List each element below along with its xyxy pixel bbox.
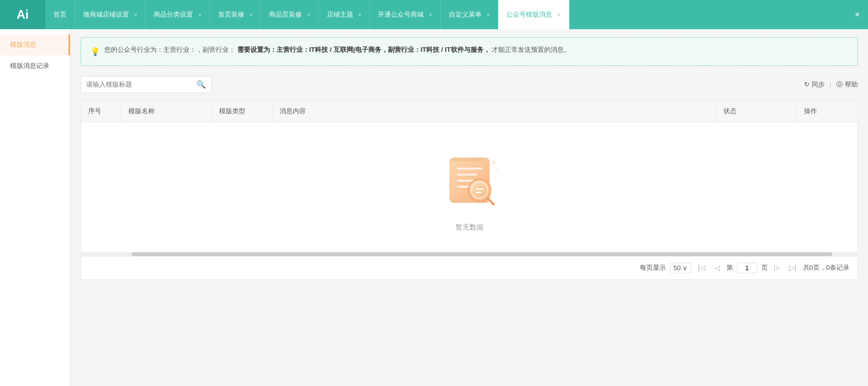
total-label: 共0页，0条记录 — [803, 263, 849, 272]
pagination: 每页显示 50 ∨ |◁ ◁ 第 页 ▷ ▷| 共0页，0条记录 — [81, 256, 857, 279]
nav-tab-custom-menu[interactable]: 自定义菜单× — [441, 0, 498, 29]
tab-close-product-decoration[interactable]: × — [307, 12, 310, 18]
sync-icon: ↻ — [804, 81, 810, 88]
th-content: 消息内容 — [273, 101, 716, 122]
nav-tab-home-decoration[interactable]: 首页装修× — [210, 0, 261, 29]
help-icon: ⓪ — [836, 80, 843, 89]
layout: 模版消息模版消息记录 💡 您的公众号行业为：主营行业：，副营行业： 需要设置为：… — [0, 29, 868, 386]
th-name: 模版名称 — [121, 101, 212, 122]
prev-page-button[interactable]: ◁ — [712, 263, 722, 273]
notice-prefix: 您的公众号行业为：主营行业：，副营行业： — [104, 46, 235, 53]
search-actions: ↻ 同步 | ⓪ 帮助 — [804, 80, 858, 89]
sidebar: 模版消息模版消息记录 — [0, 29, 71, 386]
search-input[interactable] — [86, 81, 196, 88]
page-size-label: 每页显示 — [640, 263, 666, 272]
first-page-button[interactable]: |◁ — [695, 263, 708, 273]
nav-tabs: 首页微商城店铺设置×商品分类设置×首页装修×商品页装修×店铺主题×开通公众号商城… — [45, 0, 846, 29]
main-content: 💡 您的公众号行业为：主营行业：，副营行业： 需要设置为：主营行业：IT科技 /… — [71, 29, 868, 386]
logo: Ai — [0, 0, 45, 29]
nav-tab-home[interactable]: 首页 — [45, 0, 75, 29]
next-page-button[interactable]: ▷ — [772, 263, 782, 273]
tab-close-open-shop[interactable]: × — [429, 12, 432, 18]
page-size-value: 50 — [674, 264, 681, 272]
svg-point-9 — [492, 161, 495, 164]
svg-rect-7 — [476, 188, 484, 190]
search-button[interactable]: 🔍 — [196, 80, 206, 89]
scrollbar-thumb[interactable] — [131, 252, 832, 256]
last-page-button[interactable]: ▷| — [786, 263, 799, 273]
page-label-after: 页 — [761, 263, 768, 272]
th-type: 模版类型 — [212, 101, 273, 122]
tab-close-shop-theme[interactable]: × — [358, 12, 361, 18]
nav-tab-shop-settings[interactable]: 微商城店铺设置× — [75, 0, 146, 29]
data-table: 序号模版名称模版类型消息内容状态操作 — [81, 100, 858, 280]
svg-point-11 — [447, 184, 449, 186]
close-all-button[interactable]: × — [846, 0, 868, 29]
th-status: 状态 — [716, 101, 797, 122]
divider: | — [830, 81, 831, 88]
sync-button[interactable]: ↻ 同步 — [804, 80, 825, 89]
search-input-wrapper[interactable]: 🔍 — [81, 76, 212, 93]
sidebar-item-template-msg[interactable]: 模版消息 — [0, 34, 70, 55]
nav-tab-open-shop[interactable]: 开通公众号商城× — [370, 0, 440, 29]
svg-rect-8 — [476, 192, 482, 193]
th-action: 操作 — [797, 101, 857, 122]
page-size-chevron: ∨ — [683, 264, 688, 272]
tab-close-template-msg[interactable]: × — [557, 12, 560, 18]
search-bar: 🔍 ↻ 同步 | ⓪ 帮助 — [81, 76, 858, 93]
help-button[interactable]: ⓪ 帮助 — [836, 80, 858, 89]
notice-icon: 💡 — [90, 45, 100, 58]
top-nav: Ai 首页微商城店铺设置×商品分类设置×首页装修×商品页装修×店铺主题×开通公众… — [0, 0, 868, 29]
page-label-before: 第 — [726, 263, 733, 272]
page-size-select[interactable]: 50 ∨ — [670, 263, 691, 273]
table-header: 序号模版名称模版类型消息内容状态操作 — [81, 101, 857, 122]
notice-highlight: 需要设置为：主营行业：IT科技 / 互联网|电子商务，副营行业：IT科技 / I… — [237, 46, 490, 53]
notice-suffix: 才能正常发送预置的消息。 — [492, 46, 570, 53]
svg-rect-1 — [457, 174, 477, 176]
page-input[interactable] — [737, 263, 757, 273]
empty-state: 暂无数据 — [81, 122, 857, 252]
tab-close-home-decoration[interactable]: × — [249, 12, 252, 18]
nav-tab-template-msg[interactable]: 公众号模版消息× — [498, 0, 569, 29]
notice-box: 💡 您的公众号行业为：主营行业：，副营行业： 需要设置为：主营行业：IT科技 /… — [81, 37, 858, 66]
nav-tab-category-settings[interactable]: 商品分类设置× — [146, 0, 210, 29]
tab-close-shop-settings[interactable]: × — [134, 12, 137, 18]
nav-tab-product-decoration[interactable]: 商品页装修× — [261, 0, 318, 29]
help-label: 帮助 — [845, 80, 858, 89]
nav-tab-shop-theme[interactable]: 店铺主题× — [319, 0, 370, 29]
svg-rect-0 — [457, 168, 482, 170]
th-seq: 序号 — [81, 101, 121, 122]
sidebar-item-template-msg-log[interactable]: 模版消息记录 — [0, 55, 70, 76]
empty-text: 暂无数据 — [455, 223, 484, 232]
sync-label: 同步 — [812, 80, 825, 89]
logo-text: Ai — [17, 8, 29, 22]
empty-icon — [439, 152, 500, 213]
notice-text: 您的公众号行业为：主营行业：，副营行业： 需要设置为：主营行业：IT科技 / 互… — [104, 45, 570, 55]
svg-point-10 — [496, 169, 498, 171]
tab-close-category-settings[interactable]: × — [198, 12, 201, 18]
horizontal-scrollbar[interactable] — [81, 252, 857, 256]
tab-close-custom-menu[interactable]: × — [487, 12, 490, 18]
